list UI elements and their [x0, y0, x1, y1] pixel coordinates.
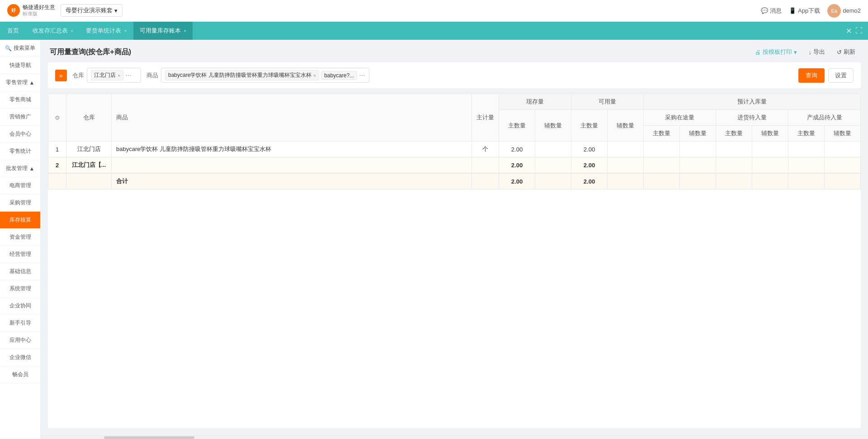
- th-main-unit: 主计量: [472, 94, 499, 142]
- print-icon: 🖨: [755, 49, 761, 56]
- footer-prod-main: [788, 173, 825, 189]
- settings-button[interactable]: 设置: [828, 68, 854, 83]
- cell-product-aux: [825, 142, 861, 157]
- message-icon: 💬: [761, 7, 768, 14]
- nav-close-icon[interactable]: ✕: [846, 27, 852, 35]
- filter-expand-button[interactable]: »: [55, 70, 67, 81]
- username: demo2: [843, 7, 861, 14]
- sidebar-item-wholesale-mgmt[interactable]: 批发管理 ▲: [0, 160, 40, 177]
- product-tag1-close[interactable]: ×: [313, 73, 316, 78]
- footer-avail-main: 2.00: [571, 173, 608, 189]
- sidebar-item-retail-mall[interactable]: 零售商城: [0, 91, 40, 109]
- th-product-pending: 产成品待入量: [788, 110, 861, 126]
- tab-receive-summary[interactable]: 收发存汇总表 ×: [26, 22, 80, 40]
- table-row: 1 江北门店 babycare学饮杯 儿童防摔防撞吸管杯重力球吸嘴杯宝宝水杯 个…: [48, 142, 861, 157]
- warehouse-input[interactable]: 江北门店 × ···: [87, 68, 141, 83]
- query-button[interactable]: 查询: [798, 68, 825, 83]
- basic-info-label: 基础信息: [9, 268, 31, 275]
- user-profile[interactable]: Ea demo2: [827, 4, 861, 18]
- warehouse-more-icon[interactable]: ···: [125, 71, 131, 80]
- sidebar-item-membership[interactable]: 会员中心: [0, 126, 40, 143]
- app-download-label: App下载: [798, 7, 820, 15]
- warehouse-tag-close[interactable]: ×: [118, 73, 120, 78]
- avatar: Ea: [827, 4, 841, 18]
- app-logo: 好: [7, 4, 20, 17]
- inventory-label: 库存核算: [9, 216, 31, 224]
- product-more-icon[interactable]: ···: [359, 71, 365, 80]
- cell-product-main: [788, 142, 825, 157]
- cell-stock-aux: [535, 142, 571, 157]
- app-center-label: 应用中心: [9, 336, 31, 344]
- tab-close-icon[interactable]: ×: [184, 28, 186, 33]
- footer-prod-aux: [825, 173, 861, 189]
- cell-purchase-transit-main: [644, 142, 680, 157]
- nav-expand-icon[interactable]: ⛶: [855, 27, 863, 35]
- logo-text-block: 畅捷通好生意 标准版: [23, 4, 55, 17]
- sidebar-item-marketing[interactable]: 营销推广: [0, 109, 40, 126]
- cell-prod-main2: [788, 157, 825, 174]
- print-button[interactable]: 🖨 按模板打印 ▾: [751, 46, 801, 58]
- operations-label: 经营管理: [9, 250, 31, 258]
- sidebar-item-inventory[interactable]: 库存核算: [0, 212, 40, 229]
- cell-stock-main2: 2.00: [499, 157, 535, 174]
- sidebar-item-ecommerce[interactable]: 电商管理: [0, 177, 40, 194]
- table-container: ⚙ 仓库 商品 主计量 现存量 可用量 预计入库量 主数量 辅数量: [48, 94, 861, 428]
- messages-label: 消息: [770, 7, 782, 15]
- footer-stock-aux: [535, 173, 571, 189]
- tab-order-stats[interactable]: 要货单统计表 ×: [80, 22, 133, 40]
- chevron-down-icon: ▾: [114, 7, 118, 14]
- sidebar-item-enterprise-wechat[interactable]: 企业微信: [0, 349, 40, 366]
- th-current-stock: 现存量: [499, 94, 571, 110]
- tab-available-stock-label: 可用量库存账本: [140, 27, 181, 35]
- sidebar-item-retail-stats[interactable]: 零售统计: [0, 143, 40, 160]
- nav-tabs-right: ✕ ⛶: [846, 27, 868, 35]
- export-button[interactable]: ↓ 导出: [805, 46, 829, 58]
- export-label: 导出: [813, 48, 825, 56]
- tab-receive-summary-label: 收发存汇总表: [33, 27, 68, 35]
- sidebar-item-newbie[interactable]: 新手引导: [0, 315, 40, 332]
- cell-avail-aux: [608, 142, 644, 157]
- membership-label: 会员中心: [9, 130, 31, 138]
- tab-available-stock[interactable]: 可用量库存账本 ×: [133, 22, 193, 40]
- cell-avail-aux2: [608, 157, 644, 174]
- th-purchase-transit: 采购在途量: [644, 110, 716, 126]
- refresh-button[interactable]: ↺ 刷新: [833, 46, 859, 58]
- footer-row: 合计 2.00 2.00: [48, 173, 861, 189]
- retail-mgmt-label: 零售管理: [6, 79, 28, 86]
- cell-product2: [112, 157, 472, 174]
- sidebar-item-member-plus[interactable]: 畅会员: [0, 366, 40, 383]
- messages-button[interactable]: 💬 消息: [761, 7, 782, 15]
- cell-in-aux2: [752, 157, 788, 174]
- scrollbar-area[interactable]: [41, 435, 868, 439]
- page-actions: 🖨 按模板打印 ▾ ↓ 导出 ↺ 刷新: [751, 46, 859, 58]
- sidebar-item-purchase-mgmt[interactable]: 采购管理: [0, 194, 40, 212]
- sidebar-search[interactable]: 🔍 搜索菜单: [0, 40, 40, 57]
- sidebar-item-basic-info[interactable]: 基础信息: [0, 263, 40, 280]
- sidebar: 🔍 搜索菜单 快捷导航 零售管理 ▲ 零售商城 营销推广 会员中心 零售统计 批…: [0, 40, 41, 439]
- sidebar-item-enterprise-collab[interactable]: 企业协同: [0, 297, 40, 315]
- system-label: 系统管理: [9, 285, 31, 293]
- retail-mall-label: 零售商城: [9, 96, 31, 104]
- table-row-subtotal: 2 江北门店【... 2.00 2.00: [48, 157, 861, 174]
- tab-close-icon[interactable]: ×: [71, 28, 73, 33]
- product-input[interactable]: babycare学饮杯 儿童防摔防撞吸管杯重力球吸嘴杯宝宝水杯 × babyca…: [161, 68, 369, 83]
- th-gear[interactable]: ⚙: [48, 94, 66, 142]
- sidebar-item-system[interactable]: 系统管理: [0, 280, 40, 297]
- th-incoming-aux: 辅数量: [752, 126, 788, 142]
- th-stock-aux: 辅数量: [535, 110, 571, 142]
- top-bar: 好 畅捷通好生意 标准版 母婴行业演示账套 ▾ 💬 消息 📱 App下载 Ea …: [0, 0, 868, 22]
- sidebar-item-retail-mgmt[interactable]: 零售管理 ▲: [0, 74, 40, 91]
- sidebar-item-operations[interactable]: 经营管理: [0, 246, 40, 263]
- scrollbar-thumb[interactable]: [104, 436, 194, 439]
- sidebar-item-quick-nav[interactable]: 快捷导航: [0, 57, 40, 74]
- app-download-button[interactable]: 📱 App下载: [789, 7, 820, 15]
- cell-unit2: [472, 157, 499, 174]
- sidebar-item-finance[interactable]: 资金管理: [0, 229, 40, 246]
- ecommerce-label: 电商管理: [9, 182, 31, 189]
- industry-selector[interactable]: 母婴行业演示账套 ▾: [61, 4, 123, 17]
- tab-home[interactable]: 首页: [0, 22, 26, 40]
- gear-icon: ⚙: [55, 114, 60, 121]
- sidebar-item-app-center[interactable]: 应用中心: [0, 332, 40, 349]
- tab-close-icon[interactable]: ×: [124, 28, 127, 33]
- footer-avail-aux: [608, 173, 644, 189]
